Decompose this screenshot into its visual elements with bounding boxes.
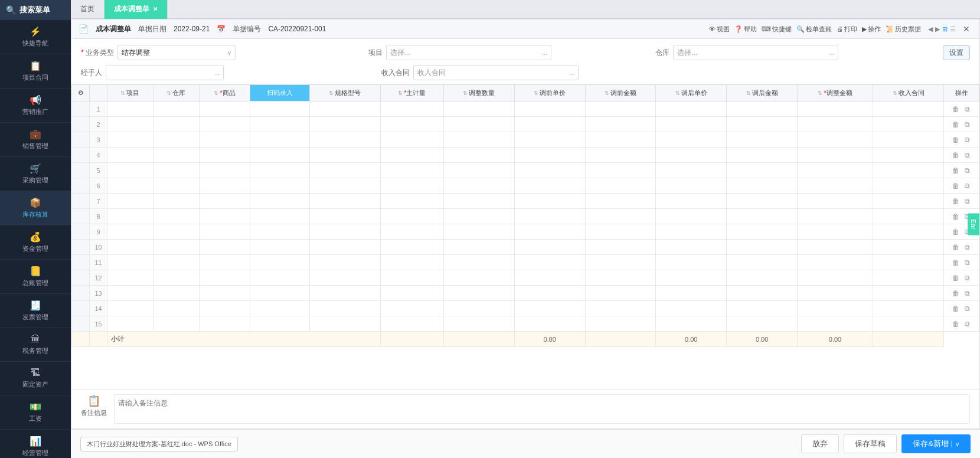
sidebar-item-sales-promo[interactable]: 📢营销推广 — [0, 89, 71, 123]
row-warehouse-cell[interactable] — [153, 255, 199, 270]
row-project-cell[interactable] — [107, 240, 153, 255]
row-product-cell[interactable] — [199, 102, 250, 117]
row-spec-cell[interactable] — [309, 240, 380, 255]
row-scan-cell[interactable] — [250, 102, 310, 117]
row-prev-amount-cell[interactable] — [585, 209, 656, 224]
handler-input[interactable]: ... — [106, 65, 224, 80]
doc-close-button[interactable]: ✕ — [961, 23, 972, 35]
row-product-cell[interactable] — [199, 301, 250, 316]
row-new-amount-cell[interactable] — [727, 316, 798, 332]
row-prev-amount-cell[interactable] — [585, 286, 656, 301]
sidebar-item-quick-nav[interactable]: ⚡快捷导航 — [0, 20, 71, 54]
row-new-unit-price-cell[interactable] — [656, 102, 727, 117]
row-project-cell[interactable] — [107, 194, 153, 209]
row-delete-icon[interactable]: 🗑 — [951, 243, 961, 252]
row-prev-amount-cell[interactable] — [585, 255, 656, 270]
row-scan-cell[interactable] — [250, 270, 310, 286]
row-copy-icon[interactable]: ⧉ — [963, 319, 972, 329]
row-warehouse-cell[interactable] — [153, 240, 199, 255]
row-warehouse-cell[interactable] — [153, 132, 199, 148]
row-unit-cell[interactable] — [380, 117, 443, 132]
row-warehouse-cell[interactable] — [153, 148, 199, 163]
row-copy-icon[interactable]: ⧉ — [963, 273, 972, 283]
row-adj-amount-cell[interactable] — [798, 209, 873, 224]
row-adj-amount-cell[interactable] — [798, 117, 873, 132]
row-prev-amount-cell[interactable] — [585, 117, 656, 132]
sidebar-item-fund-mgmt[interactable]: 💰资金管理 — [0, 225, 71, 260]
row-spec-cell[interactable] — [309, 102, 380, 117]
row-adj-qty-cell[interactable] — [443, 255, 514, 270]
row-adj-qty-cell[interactable] — [443, 178, 514, 194]
tab-cost-adjust[interactable]: 成本调整单 ✕ — [104, 0, 168, 19]
row-prev-amount-cell[interactable] — [585, 301, 656, 316]
row-copy-icon[interactable]: ⧉ — [963, 104, 972, 114]
row-spec-cell[interactable] — [309, 163, 380, 178]
row-unit-cell[interactable] — [380, 163, 443, 178]
row-prev-amount-cell[interactable] — [585, 132, 656, 148]
row-spec-cell[interactable] — [309, 301, 380, 316]
save-new-button[interactable]: 保存&新增 ∨ — [901, 434, 971, 453]
row-product-cell[interactable] — [199, 224, 250, 240]
row-unit-cell[interactable] — [380, 240, 443, 255]
sidebar-item-ledger-mgmt[interactable]: 📒总账管理 — [0, 260, 71, 294]
row-delete-icon[interactable]: 🗑 — [951, 181, 961, 191]
row-adj-qty-cell[interactable] — [443, 194, 514, 209]
row-prev-amount-cell[interactable] — [585, 178, 656, 194]
row-scan-cell[interactable] — [250, 117, 310, 132]
sidebar-item-payroll[interactable]: 💵工资 — [0, 395, 71, 430]
date-field-value[interactable]: 2022-09-21 — [174, 25, 210, 33]
row-unit-cell[interactable] — [380, 209, 443, 224]
right-tab[interactable]: Ear — [968, 213, 979, 235]
row-new-unit-price-cell[interactable] — [656, 286, 727, 301]
row-prev-amount-cell[interactable] — [585, 270, 656, 286]
row-product-cell[interactable] — [199, 286, 250, 301]
row-adj-qty-cell[interactable] — [443, 163, 514, 178]
row-new-amount-cell[interactable] — [727, 148, 798, 163]
row-prev-unit-price-cell[interactable] — [514, 240, 585, 255]
row-prev-amount-cell[interactable] — [585, 102, 656, 117]
row-income-contract-cell[interactable] — [873, 178, 944, 194]
row-product-cell[interactable] — [199, 209, 250, 224]
row-new-amount-cell[interactable] — [727, 209, 798, 224]
row-delete-icon[interactable]: 🗑 — [951, 135, 961, 145]
row-scan-cell[interactable] — [250, 163, 310, 178]
row-product-cell[interactable] — [199, 178, 250, 194]
sidebar-item-invoice-mgmt[interactable]: 🧾发票管理 — [0, 294, 71, 328]
sidebar-item-fixed-assets[interactable]: 🏗固定资产 — [0, 362, 71, 395]
row-warehouse-cell[interactable] — [153, 286, 199, 301]
row-spec-cell[interactable] — [309, 194, 380, 209]
row-project-cell[interactable] — [107, 178, 153, 194]
row-new-amount-cell[interactable] — [727, 163, 798, 178]
row-copy-icon[interactable]: ⧉ — [963, 151, 972, 160]
row-income-contract-cell[interactable] — [873, 301, 944, 316]
row-scan-cell[interactable] — [250, 178, 310, 194]
row-project-cell[interactable] — [107, 148, 153, 163]
toolbar-history[interactable]: 📜 历史票据 — [886, 25, 921, 34]
row-delete-icon[interactable]: 🗑 — [951, 319, 961, 329]
row-project-cell[interactable] — [107, 270, 153, 286]
row-adj-amount-cell[interactable] — [798, 270, 873, 286]
row-product-cell[interactable] — [199, 163, 250, 178]
row-copy-icon[interactable]: ⧉ — [963, 135, 972, 145]
income-contract-input[interactable]: 收入合同 ... — [413, 65, 579, 80]
row-copy-icon[interactable]: ⧉ — [963, 289, 972, 298]
row-adj-qty-cell[interactable] — [443, 270, 514, 286]
row-adj-qty-cell[interactable] — [443, 148, 514, 163]
row-adj-qty-cell[interactable] — [443, 132, 514, 148]
toolbar-nav-left[interactable]: ◀ — [928, 25, 933, 33]
row-spec-cell[interactable] — [309, 178, 380, 194]
row-copy-icon[interactable]: ⧉ — [963, 181, 972, 191]
row-spec-cell[interactable] — [309, 132, 380, 148]
row-new-amount-cell[interactable] — [727, 270, 798, 286]
row-prev-unit-price-cell[interactable] — [514, 194, 585, 209]
row-adj-qty-cell[interactable] — [443, 209, 514, 224]
taskbar-item[interactable]: 木门行业好业财处理方案-墓红红.doc - WPS Office — [80, 437, 238, 452]
row-prev-amount-cell[interactable] — [585, 224, 656, 240]
save-draft-button[interactable]: 保存草稿 — [844, 434, 897, 453]
row-prev-unit-price-cell[interactable] — [514, 102, 585, 117]
remarks-input[interactable] — [114, 394, 970, 424]
row-adj-amount-cell[interactable] — [798, 148, 873, 163]
row-copy-icon[interactable]: ⧉ — [963, 197, 972, 206]
row-adj-qty-cell[interactable] — [443, 286, 514, 301]
row-warehouse-cell[interactable] — [153, 301, 199, 316]
